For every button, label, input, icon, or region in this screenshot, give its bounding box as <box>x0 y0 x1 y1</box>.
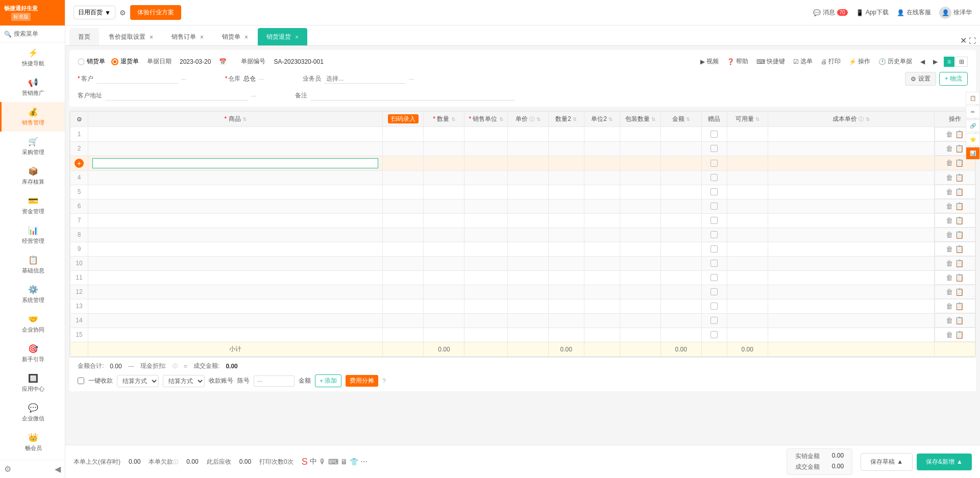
qty-cell-9[interactable] <box>424 242 464 256</box>
avail-cell-1[interactable] <box>727 127 768 142</box>
fullscreen-icon[interactable]: ⛶ <box>969 37 976 45</box>
gift-checkbox-10[interactable] <box>710 260 718 267</box>
copy-icon-12[interactable]: 📋 <box>955 288 964 296</box>
operate-btn[interactable]: ⚡ 操作 <box>847 56 872 67</box>
price-cell-14[interactable] <box>507 313 548 328</box>
delete-icon-9[interactable]: 🗑 <box>946 245 953 253</box>
copy-icon-8[interactable]: 📋 <box>955 231 964 239</box>
unit2-cell-8[interactable] <box>584 228 620 242</box>
cost-cell-2[interactable] <box>768 141 934 156</box>
close-all-icon[interactable]: ✕ <box>960 36 967 45</box>
delete-icon-7[interactable]: 🗑 <box>946 216 953 224</box>
op-cell-6[interactable]: 🗑 📋 <box>935 199 975 213</box>
salesperson-input[interactable] <box>324 74 406 84</box>
barcode-cell-10[interactable] <box>383 256 424 270</box>
discount-info-icon[interactable]: ⓘ <box>173 363 178 370</box>
method-select[interactable]: 结算方式 <box>117 375 159 387</box>
salesperson-dots[interactable]: ··· <box>409 76 414 83</box>
unit-cell-7[interactable] <box>464 213 507 228</box>
amount-cell-12[interactable] <box>660 285 701 299</box>
qty-cell-7[interactable] <box>424 213 464 228</box>
barcode-cell-12[interactable] <box>383 285 424 299</box>
draft-dropdown-icon[interactable]: ▲ <box>897 458 903 465</box>
gift-checkbox-7[interactable] <box>710 217 718 224</box>
delete-icon-14[interactable]: 🗑 <box>946 316 953 324</box>
customer-dots[interactable]: ··· <box>181 76 186 83</box>
unit-cell-1[interactable] <box>464 127 507 142</box>
gift-cell-4[interactable] <box>701 170 727 185</box>
tab-price-close[interactable]: × <box>150 34 153 41</box>
address-dots[interactable]: ··· <box>251 92 256 99</box>
qty2-cell-4[interactable] <box>548 170 584 185</box>
remark-input[interactable] <box>310 91 514 100</box>
cost-cell-12[interactable] <box>768 285 934 299</box>
sidebar-item-sales[interactable]: 💰 销售管理 <box>0 102 65 132</box>
qty-cell-2[interactable] <box>424 141 464 156</box>
tab-order[interactable]: 销售订单 × <box>163 28 212 45</box>
qty2-cell-7[interactable] <box>548 213 584 228</box>
float-btn-2[interactable]: ✏ <box>966 106 980 118</box>
qty2-cell-6[interactable] <box>548 199 584 213</box>
sidebar-item-apps[interactable]: 🔲 应用中心 <box>0 368 65 398</box>
qty2-cell-14[interactable] <box>548 313 584 328</box>
unit-sort-icon[interactable]: ⇅ <box>499 116 503 122</box>
goods-cell-4[interactable] <box>88 170 383 185</box>
method-select2[interactable]: 结算方式 <box>163 375 205 387</box>
gift-checkbox-14[interactable] <box>710 317 718 324</box>
select-btn[interactable]: ☑ 选单 <box>791 56 815 67</box>
avail-cell-9[interactable] <box>727 242 768 256</box>
view-table-btn[interactable]: ≡ <box>944 57 954 67</box>
amount-cell-3[interactable] <box>660 156 701 170</box>
unit2-cell-15[interactable] <box>584 328 620 342</box>
copy-icon-13[interactable]: 📋 <box>955 302 964 310</box>
qty-cell-5[interactable] <box>424 185 464 199</box>
delete-icon-8[interactable]: 🗑 <box>946 231 953 239</box>
gift-checkbox-1[interactable] <box>710 131 718 138</box>
tab-price[interactable]: 售价提取设置 × <box>100 28 162 45</box>
unit2-cell-13[interactable] <box>584 299 620 313</box>
avail-cell-12[interactable] <box>727 285 768 299</box>
avail-cell-4[interactable] <box>727 170 768 185</box>
gift-checkbox-9[interactable] <box>710 245 718 253</box>
qty-cell-10[interactable] <box>424 256 464 270</box>
unit-cell-12[interactable] <box>464 285 507 299</box>
print-btn[interactable]: 🖨 打印 <box>819 56 843 67</box>
sidebar-item-basic[interactable]: 📋 基础信息 <box>0 250 65 280</box>
address-input[interactable] <box>105 91 248 100</box>
qty2-cell-15[interactable] <box>548 328 584 342</box>
sidebar-item-purchase[interactable]: 🛒 采购管理 <box>0 132 65 161</box>
gift-checkbox-13[interactable] <box>710 303 718 310</box>
unit2-cell-5[interactable] <box>584 185 620 199</box>
op-cell-9[interactable]: 🗑 📋 <box>935 242 975 256</box>
copy-icon-1[interactable]: 📋 <box>955 130 964 138</box>
unit-cell-15[interactable] <box>464 328 507 342</box>
goods-input-row3[interactable] <box>92 158 378 168</box>
help-btn[interactable]: ❓ 帮助 <box>725 56 750 67</box>
qty-cell-15[interactable] <box>424 328 464 342</box>
sidebar-item-shortcut[interactable]: ⚡ 快捷导航 <box>0 43 65 72</box>
gift-checkbox-6[interactable] <box>710 203 718 210</box>
avail-cell-15[interactable] <box>727 328 768 342</box>
avail-cell-3[interactable] <box>727 156 768 170</box>
op-cell-10[interactable]: 🗑 📋 <box>935 256 975 270</box>
tab-sales-close[interactable]: × <box>244 34 248 41</box>
pkg-cell-1[interactable] <box>620 127 660 142</box>
amount-cell-10[interactable] <box>660 256 701 270</box>
add-row-btn[interactable]: + <box>75 159 84 168</box>
amount-cell-6[interactable] <box>660 199 701 213</box>
qty2-cell-5[interactable] <box>548 185 584 199</box>
sidebar-item-finance[interactable]: 💳 资金管理 <box>0 191 65 220</box>
amount-cell-14[interactable] <box>660 313 701 328</box>
customer-input[interactable] <box>96 74 178 84</box>
unit2-cell-9[interactable] <box>584 242 620 256</box>
add-btn[interactable]: + 添加 <box>315 374 341 387</box>
cost-cell-11[interactable] <box>768 270 934 285</box>
barcode-cell-7[interactable] <box>383 213 424 228</box>
copy-icon-5[interactable]: 📋 <box>955 188 964 196</box>
unit2-cell-4[interactable] <box>584 170 620 185</box>
barcode-cell-9[interactable] <box>383 242 424 256</box>
op-cell-11[interactable]: 🗑 📋 <box>935 270 975 285</box>
qty-cell-6[interactable] <box>424 199 464 213</box>
op-cell-13[interactable]: 🗑 📋 <box>935 299 975 313</box>
float-btn-1[interactable]: 📋 <box>966 92 980 105</box>
